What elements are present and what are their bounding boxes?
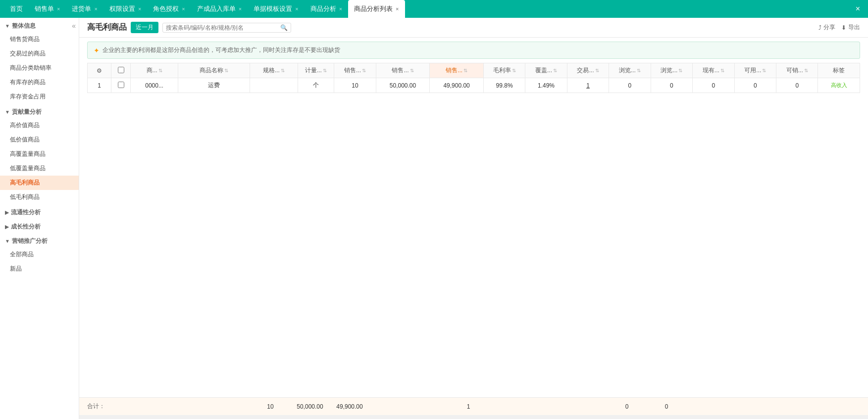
- sort-sales-amt[interactable]: 销售... ⇅: [392, 66, 413, 75]
- sidebar-group-liquidity[interactable]: ▶ 流通性分析: [0, 204, 79, 219]
- col-header-check[interactable]: [111, 63, 131, 78]
- close-icon[interactable]: ×: [239, 6, 242, 12]
- table-row: 1 0000... 运费 个 10 50,000.00 49,900.00 99…: [88, 78, 860, 93]
- trade-link[interactable]: 1: [586, 82, 590, 89]
- sort-name[interactable]: 商品名称 ⇅: [200, 66, 228, 75]
- sidebar-item-low-margin[interactable]: 低毛利商品: [0, 190, 79, 204]
- tab-bill-template[interactable]: 单据模板设置 ×: [248, 0, 304, 18]
- tab-product-inbound[interactable]: 产成品入库单 ×: [191, 0, 248, 18]
- sort-sales-profit[interactable]: 销售... ⇅: [446, 66, 467, 75]
- col-header-code: 商... ⇅: [130, 63, 178, 78]
- cell-trade[interactable]: 1: [567, 78, 609, 93]
- col-header-sales-profit: 销售... ⇅: [430, 63, 484, 78]
- share-icon: ⤴: [818, 24, 821, 31]
- sort-icon: ⇅: [720, 68, 724, 73]
- col-header-sales-amt: 销售... ⇅: [376, 63, 430, 78]
- close-all-button[interactable]: ×: [852, 4, 864, 13]
- sort-available[interactable]: 可用... ⇅: [744, 66, 766, 75]
- tab-purchase[interactable]: 进货单 ×: [66, 0, 103, 18]
- close-icon[interactable]: ×: [295, 6, 298, 12]
- sort-browse2[interactable]: 浏览... ⇅: [661, 66, 682, 75]
- search-icon[interactable]: 🔍: [280, 24, 288, 31]
- export-button[interactable]: ⬇ 导出: [841, 23, 860, 32]
- cell-code: 0000...: [130, 78, 178, 93]
- sort-sales-qty[interactable]: 销售... ⇅: [344, 66, 366, 75]
- cell-browse2: 0: [651, 78, 692, 93]
- tab-product-analysis[interactable]: 商品分析 ×: [305, 0, 348, 18]
- sidebar-collapse-button[interactable]: «: [72, 22, 76, 30]
- sort-icon: ⇅: [762, 68, 766, 73]
- close-icon[interactable]: ×: [138, 6, 141, 12]
- sort-coverage[interactable]: 覆盖... ⇅: [535, 66, 557, 75]
- data-table-container[interactable]: ⚙ 商... ⇅ 商品名称: [87, 63, 860, 397]
- sort-icon: ⇅: [410, 68, 414, 73]
- col-header-trade: 交易... ⇅: [567, 63, 609, 78]
- sidebar-group-overall[interactable]: ▼ 整体信息: [0, 18, 79, 32]
- sort-sellable[interactable]: 可销... ⇅: [786, 66, 808, 75]
- sort-unit[interactable]: 计量... ⇅: [305, 66, 327, 75]
- sidebar-group-marketing[interactable]: ▼ 营销推广分析: [0, 233, 79, 247]
- sort-browse1[interactable]: 浏览... ⇅: [619, 66, 641, 75]
- sort-stock[interactable]: 现有... ⇅: [703, 66, 724, 75]
- close-icon[interactable]: ×: [182, 6, 185, 12]
- sidebar-item-all-goods[interactable]: 全部商品: [0, 247, 79, 262]
- footer-sales-profit: 49,900.00: [330, 403, 369, 410]
- sort-icon: ⇅: [804, 68, 808, 73]
- sort-spec[interactable]: 规格... ⇅: [263, 66, 285, 75]
- close-icon[interactable]: ×: [57, 6, 60, 12]
- cell-available: 0: [734, 78, 776, 93]
- col-header-name: 商品名称 ⇅: [178, 63, 250, 78]
- footer-sales-amt: 50,000.00: [290, 403, 330, 410]
- col-header-coverage: 覆盖... ⇅: [525, 63, 567, 78]
- sidebar-group-contribution[interactable]: ▼ 贡献量分析: [0, 104, 79, 118]
- sidebar-item-stocked-goods[interactable]: 有库存的商品: [0, 75, 79, 90]
- sidebar-group-growth[interactable]: ▶ 成长性分析: [0, 219, 79, 233]
- tab-product-analysis-list[interactable]: 商品分析列表 ×: [348, 0, 405, 18]
- footer-total: 合计： 10 50,000.00 49,900.00 1 0 0: [79, 397, 868, 415]
- sidebar-item-new-goods[interactable]: 新品: [0, 262, 79, 276]
- select-all-checkbox[interactable]: [118, 67, 124, 73]
- settings-icon[interactable]: ⚙: [97, 67, 102, 74]
- sort-icon: ⇅: [463, 68, 467, 73]
- sort-icon: ⇅: [281, 68, 285, 73]
- tab-permissions[interactable]: 权限设置 ×: [103, 0, 147, 18]
- tab-sales[interactable]: 销售单 ×: [29, 0, 66, 18]
- sort-icon: ⇅: [553, 68, 557, 73]
- row-checkbox[interactable]: [118, 82, 124, 88]
- sort-icon: ⇅: [637, 68, 641, 73]
- cell-name: 运费: [178, 78, 250, 93]
- col-header-stock: 现有... ⇅: [693, 63, 734, 78]
- cell-sales-qty: 10: [334, 78, 376, 93]
- sidebar-item-high-margin[interactable]: 高毛利商品: [0, 176, 79, 190]
- sidebar-item-low-value[interactable]: 低价值商品: [0, 133, 79, 147]
- footer-spacer: [156, 403, 251, 410]
- col-header-profit-rate: 毛利率 ⇅: [483, 63, 525, 78]
- tab-roles[interactable]: 角色授权 ×: [147, 0, 191, 18]
- sidebar-item-high-coverage[interactable]: 高覆盖量商品: [0, 147, 79, 161]
- sort-icon: ⇅: [224, 68, 228, 73]
- cell-check[interactable]: [111, 78, 131, 93]
- sidebar-item-traded-goods[interactable]: 交易过的商品: [0, 47, 79, 61]
- sort-code[interactable]: 商... ⇅: [147, 66, 162, 75]
- sidebar-item-low-coverage[interactable]: 低覆盖量商品: [0, 161, 79, 176]
- top-navigation: 首页 销售单 × 进货单 × 权限设置 × 角色授权 × 产成品入库单 × 单据…: [0, 0, 868, 18]
- close-icon[interactable]: ×: [396, 6, 399, 12]
- sidebar-item-category-rate[interactable]: 商品分类助销率: [0, 61, 79, 75]
- cell-unit: 个: [298, 78, 334, 93]
- footer-sales-qty: 10: [251, 403, 290, 410]
- sort-profit-rate[interactable]: 毛利率 ⇅: [493, 66, 516, 75]
- search-input[interactable]: [166, 24, 278, 31]
- horizontal-scrollbar[interactable]: [79, 415, 868, 419]
- share-button[interactable]: ⤴ 分享: [818, 23, 835, 32]
- footer-label: 合计：: [87, 402, 156, 411]
- tab-home[interactable]: 首页: [4, 0, 29, 18]
- footer-stock: [567, 403, 607, 410]
- close-icon[interactable]: ×: [339, 6, 342, 12]
- info-icon: ✦: [94, 47, 100, 54]
- sidebar-item-stock-capital[interactable]: 库存资金占用: [0, 90, 79, 104]
- sidebar-item-sales-goods[interactable]: 销售货商品: [0, 32, 79, 47]
- time-filter-button[interactable]: 近一月: [131, 22, 158, 33]
- sort-trade[interactable]: 交易... ⇅: [577, 66, 599, 75]
- close-icon[interactable]: ×: [94, 6, 97, 12]
- sidebar-item-high-value[interactable]: 高价值商品: [0, 118, 79, 133]
